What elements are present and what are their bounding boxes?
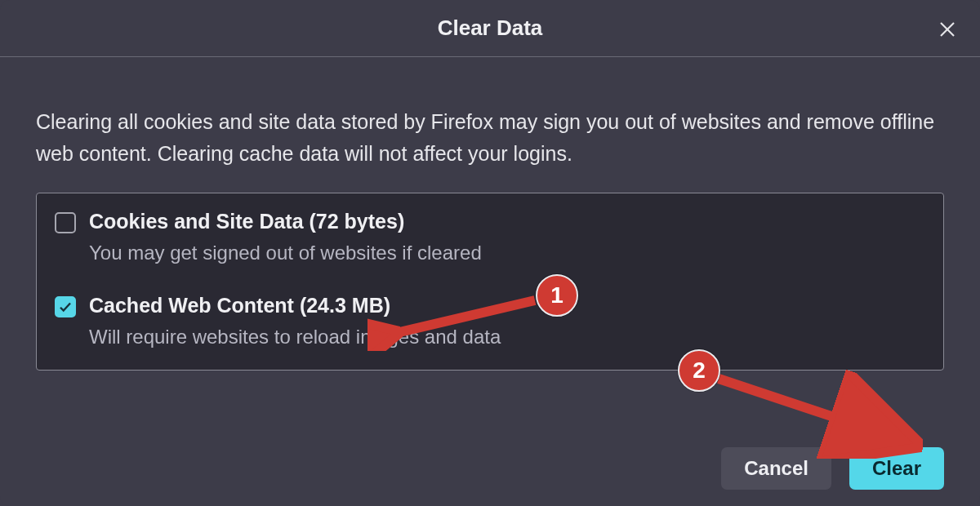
close-button[interactable] — [933, 15, 962, 44]
cookies-text: Cookies and Site Data (72 bytes) You may… — [89, 210, 482, 264]
annotation-badge-1: 1 — [536, 274, 578, 317]
dialog-titlebar: Clear Data — [0, 0, 980, 57]
cookies-label: Cookies and Site Data (72 bytes) — [89, 210, 482, 233]
cache-checkbox[interactable] — [55, 296, 76, 317]
close-icon — [938, 20, 957, 39]
svg-line-3 — [719, 379, 905, 441]
dialog-title: Clear Data — [438, 16, 543, 41]
annotation-arrow-1 — [368, 294, 547, 351]
annotation-arrow-2 — [710, 369, 923, 459]
option-cookies: Cookies and Site Data (72 bytes) You may… — [55, 210, 925, 264]
dialog-description: Clearing all cookies and site data store… — [36, 106, 944, 170]
clear-data-dialog: Clear Data Clearing all cookies and site… — [0, 0, 980, 506]
annotation-badge-2: 2 — [678, 349, 720, 392]
check-icon — [58, 300, 73, 314]
cookies-checkbox[interactable] — [55, 212, 76, 233]
cookies-sublabel: You may get signed out of websites if cl… — [89, 242, 482, 264]
svg-line-2 — [382, 300, 535, 336]
